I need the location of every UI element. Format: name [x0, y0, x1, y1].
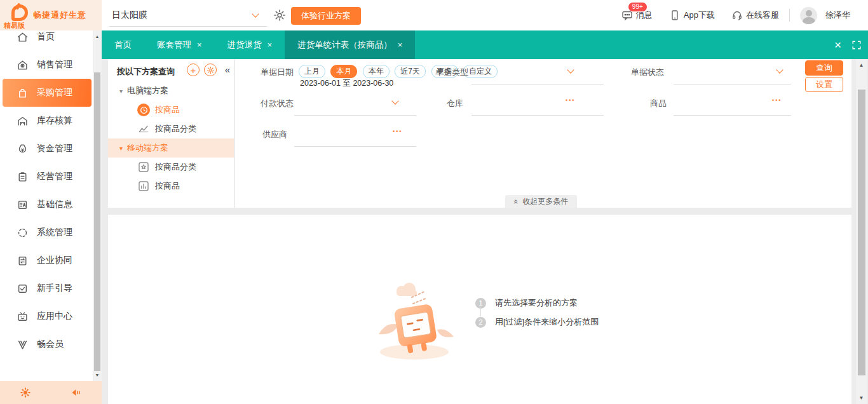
tree-item-mobile-by-goods-category[interactable]: 按商品分类 — [108, 158, 234, 177]
app-center-tv-icon — [17, 311, 29, 323]
tab-close-icon[interactable]: × — [268, 40, 273, 50]
date-range-pills: 上月 本月 本年 近7天 更多 自定义 — [299, 65, 500, 78]
scroll-down-icon[interactable]: ▼ — [93, 373, 102, 377]
chevron-down-icon[interactable] — [776, 66, 783, 73]
brand-name: 畅捷通好生意 — [33, 10, 86, 21]
supplier-field[interactable] — [294, 146, 416, 147]
tab-close-icon[interactable]: × — [398, 40, 403, 50]
empty-illustration — [375, 272, 458, 361]
date-range-value[interactable]: 2023-06-01 至 2023-06-30 — [300, 78, 393, 89]
sidebar-scroll-thumb[interactable] — [94, 72, 100, 371]
tree-item-pc-by-goods[interactable]: 按商品 — [108, 100, 234, 119]
sales-house-icon — [17, 59, 29, 71]
user-menu[interactable]: 徐泽华 — [800, 7, 850, 24]
step-1-number: 1 — [475, 298, 486, 309]
pay-status-field[interactable] — [294, 115, 416, 116]
date-filter-label: 单据日期 — [261, 67, 294, 78]
tab-home[interactable]: 首页 — [102, 30, 144, 59]
trend-chart-icon — [137, 123, 150, 135]
doc-type-field[interactable] — [471, 84, 604, 84]
trial-industry-plan-button[interactable]: 体验行业方案 — [291, 7, 361, 25]
step-2: 2 用[过滤]条件来缩小分析范围 — [475, 316, 599, 328]
warehouse-field[interactable] — [471, 115, 604, 116]
collapse-more-conditions-button[interactable]: « 收起更多条件 — [505, 195, 577, 208]
messages-item[interactable]: 消息 99+ — [621, 10, 653, 21]
pill-last-month[interactable]: 上月 — [299, 65, 325, 78]
scroll-up-icon[interactable]: ▲ — [93, 34, 102, 39]
picker-ellipsis-icon[interactable]: ••• — [772, 97, 782, 104]
avatar — [800, 7, 817, 24]
pill-last-7-days[interactable]: 近7天 — [395, 65, 426, 78]
sidebar-collapse-icon[interactable] — [69, 387, 81, 398]
scheme-settings-button[interactable] — [204, 64, 217, 76]
doc-status-label: 单据状态 — [631, 67, 664, 78]
scroll-up-icon[interactable]: ▲ — [856, 62, 867, 68]
clock-chart-icon — [137, 104, 150, 116]
tab-close-icon[interactable]: × — [197, 40, 202, 50]
tree-item-mobile-by-goods[interactable]: 按商品 — [108, 177, 234, 196]
online-service-item[interactable]: 在线客服 — [731, 10, 779, 21]
tab-purchase-returns[interactable]: 进货退货 × — [215, 30, 285, 59]
chevron-double-up-icon: « — [512, 199, 521, 203]
headset-icon — [731, 10, 743, 21]
fullscreen-icon[interactable] — [851, 40, 862, 50]
sidebar-item-operations-management[interactable]: 经营管理 — [0, 163, 102, 191]
pay-status-label: 付款状态 — [261, 98, 294, 109]
scheme-panel-title: 按以下方案查询 — [117, 66, 175, 77]
pill-custom[interactable]: 自定义 — [463, 65, 498, 78]
filter-panel: 单据日期 上月 本月 本年 近7天 更多 自定义 2023-06-01 至 20… — [235, 59, 851, 208]
sidebar-item-app-center[interactable]: 应用中心 — [0, 302, 102, 330]
account-settings-gear-icon[interactable] — [273, 9, 286, 22]
sidebar-item-newbie-guide[interactable]: 新手引导 — [0, 274, 102, 302]
account-book-select[interactable]: 日太阳膜 — [109, 0, 267, 30]
sidebar-item-system-management[interactable]: 系统管理 — [0, 219, 102, 246]
goods-label: 商品 — [650, 98, 667, 109]
sidebar-item-basic-information[interactable]: 基础信息 — [0, 191, 102, 219]
tree-item-pc-by-goods-category[interactable]: 按商品分类 — [108, 119, 234, 138]
main-scrollbar[interactable]: ▲ ▼ — [856, 59, 867, 404]
close-all-tabs-icon[interactable]: × — [834, 39, 841, 51]
picker-ellipsis-icon[interactable]: ••• — [566, 97, 575, 104]
step-1-text: 请先选择要分析的方案 — [495, 297, 578, 309]
panel-collapse-icon[interactable]: « — [225, 64, 230, 75]
sidebar-item-home[interactable]: 首页 — [0, 30, 102, 51]
caret-down-icon[interactable]: ▾ — [119, 145, 127, 152]
money-bag-icon — [17, 143, 29, 155]
sidebar-item-funds-management[interactable]: 资金管理 — [0, 135, 102, 163]
warehouse-label: 仓库 — [447, 98, 463, 109]
scroll-down-icon[interactable]: ▼ — [856, 395, 867, 401]
document-info-icon — [17, 199, 29, 211]
tab-account-management[interactable]: 账套管理 × — [144, 30, 215, 59]
pill-this-year[interactable]: 本年 — [363, 65, 390, 78]
sidebar-item-enterprise-collaboration[interactable]: 企业协同 — [0, 246, 102, 274]
sidebar-item-inventory-accounting[interactable]: 库存核算 — [0, 107, 102, 135]
tab-purchase-order-stats-by-goods[interactable]: 进货单统计表（按商品） × — [285, 30, 415, 59]
doc-status-field[interactable] — [674, 84, 791, 84]
select-underline — [109, 26, 267, 27]
sidebar-item-member[interactable]: 畅会员 — [0, 330, 102, 358]
step-connector-line — [480, 307, 481, 316]
sidebar-settings-gear-icon[interactable] — [20, 387, 31, 398]
picker-ellipsis-icon[interactable]: ••• — [393, 128, 402, 135]
sidebar-item-purchase-management[interactable]: 采购管理 — [3, 79, 92, 107]
settings-button[interactable]: 设置 — [805, 77, 843, 92]
main-scroll-thumb[interactable] — [858, 90, 865, 375]
chevron-down-icon[interactable] — [567, 66, 574, 73]
add-scheme-button[interactable]: + — [187, 64, 200, 76]
sidebar-scrollbar[interactable]: ▲ ▼ — [93, 30, 102, 381]
open-tabs-bar: 首页 账套管理 × 进货退货 × 进货单统计表（按商品） × × — [102, 30, 868, 59]
tree-group-pc-schemes[interactable]: ▾ 电脑端方案 — [108, 81, 234, 100]
tree-group-mobile-schemes[interactable]: ▾ 移动端方案 — [108, 138, 234, 158]
step-1: 1 请先选择要分析的方案 — [475, 297, 599, 309]
pill-this-month[interactable]: 本月 — [330, 65, 357, 78]
caret-down-icon[interactable]: ▾ — [119, 88, 127, 95]
main-sidebar: 首页 销售管理 采购管理 库存核算 资金管理 — [0, 30, 102, 381]
chevron-down-icon[interactable] — [391, 97, 398, 104]
query-button[interactable]: 查询 — [805, 60, 843, 76]
goods-field[interactable] — [674, 115, 791, 116]
sidebar-item-sales-management[interactable]: 销售管理 — [0, 51, 102, 79]
phone-icon — [669, 10, 681, 21]
app-download-label: App下载 — [684, 10, 715, 21]
newbie-badge-icon — [17, 283, 29, 295]
app-download-item[interactable]: App下载 — [669, 10, 715, 21]
